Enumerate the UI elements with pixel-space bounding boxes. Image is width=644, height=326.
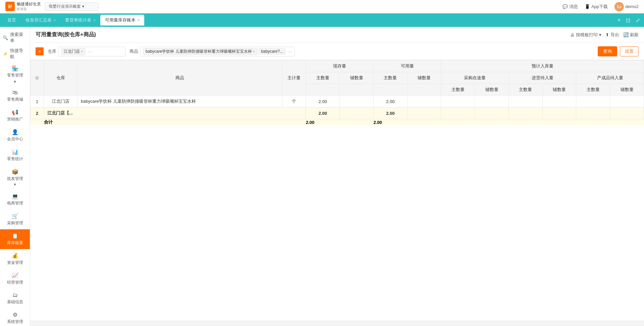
tab-available-inventory-close[interactable]: × <box>138 18 140 22</box>
bottom-scrollbar[interactable] <box>30 321 644 326</box>
message-button[interactable]: 💬 消息 <box>562 4 578 10</box>
tab-close-all-button[interactable]: × <box>616 17 622 23</box>
sidebar-quick-nav[interactable]: ⚡ 快捷导航 <box>0 46 30 62</box>
cell-incoming-aux-1 <box>542 96 576 107</box>
marketing-icon: 📢 <box>12 109 18 115</box>
chevron-down-icon: ▾ <box>82 4 84 9</box>
sidebar-item-retail-mall[interactable]: 🛍 零售商城 <box>0 86 30 106</box>
sidebar-item-member[interactable]: 👤 会员中心 <box>0 126 30 145</box>
sidebar-item-retail-stats[interactable]: 📊 零售统计 <box>0 145 30 165</box>
tab-receive-summary-label: 收发存汇总表 <box>25 17 52 23</box>
tab-requisition-stats-close[interactable]: × <box>93 18 95 22</box>
col-settings-header[interactable]: ⚙ <box>31 60 44 96</box>
col-incoming-aux: 辅数量 <box>542 84 576 96</box>
col-product-aux: 辅数量 <box>610 84 644 96</box>
product-tag-1: babycare学饮杯 儿童防摔防撞吸管杯重力球吸嘴杯宝宝水杯 × <box>143 48 257 55</box>
tab-receive-summary-close[interactable]: × <box>54 18 56 22</box>
cell-total-label: 合计 <box>44 119 306 126</box>
filter-right-buttons: 查询 设置 <box>598 46 639 56</box>
filter-bar: » 仓库 江北门店 × ··· 商品 babycare学饮杯 儿童防摔防撞吸管杯… <box>30 43 644 60</box>
cell-sub-incoming-main <box>508 107 542 119</box>
cell-current-main-1: 2.00 <box>306 96 340 107</box>
warehouse-filter-field: 仓库 江北门店 × ··· <box>48 47 125 56</box>
template-print-button[interactable]: 🖨 按模板打印 ▾ <box>570 32 601 38</box>
operations-icon: 📈 <box>12 272 18 279</box>
finance-icon: 💰 <box>12 252 18 259</box>
cell-incoming-main-1 <box>508 96 542 107</box>
cell-total-incoming-aux <box>542 119 576 126</box>
cell-purchase-aux-1 <box>475 96 509 107</box>
sidebar-item-marketing-label: 营销推广 <box>7 117 23 122</box>
col-available-header: 可用量 <box>373 60 441 72</box>
sidebar-quick-nav-label: 快捷导航 <box>10 48 27 60</box>
sidebar-item-wholesale-label: 批发管理 <box>7 176 23 182</box>
product-tag-1-value: babycare学饮杯 儿童防摔防撞吸管杯重力球吸嘴杯宝宝水杯 <box>146 49 252 54</box>
industry-selector[interactable]: 母婴行业演示账套 ▾ <box>45 2 99 11</box>
sidebar-search[interactable]: 🔍 搜索菜单 <box>0 30 30 46</box>
cell-sub-avail-main: 2.00 <box>373 107 407 119</box>
col-purchase-main: 主数量 <box>441 84 475 96</box>
chevron-down-icon-print: ▾ <box>599 32 601 37</box>
warehouse-tag: 江北门店 × <box>61 48 85 55</box>
refresh-label: 刷新 <box>630 32 639 38</box>
sidebar-item-wholesale[interactable]: 📦 批发管理 ▼ <box>0 165 30 190</box>
sidebar-item-purchase[interactable]: 🛒 采购管理 <box>0 209 30 229</box>
purchase-icon: 🛒 <box>12 213 18 219</box>
tab-available-inventory[interactable]: 可用量库存账本 × <box>100 15 144 26</box>
logo-text: 畅捷通好生意 <box>17 2 41 6</box>
export-button[interactable]: ⬆ 导出 <box>605 32 619 38</box>
warehouse-filter-input[interactable]: 江北门店 × ··· <box>58 47 125 56</box>
filter-expand-button[interactable]: » <box>36 47 44 55</box>
message-label: 消息 <box>569 4 578 10</box>
sidebar-item-retail[interactable]: 🏪 零售管理 ▲ <box>0 62 30 86</box>
sidebar-item-finance-label: 资金管理 <box>7 260 23 266</box>
product-filter-label: 商品 <box>129 48 138 54</box>
cell-product-main-1 <box>576 96 610 107</box>
sidebar-item-ecommerce[interactable]: 💻 电商管理 <box>0 190 30 209</box>
col-avail-main-sub <box>373 84 407 96</box>
sidebar-item-system[interactable]: ⚙ 系统管理 <box>0 308 30 326</box>
user-profile[interactable]: Ea demo2 <box>614 2 639 11</box>
export-icon: ⬆ <box>605 32 609 37</box>
settings-button[interactable]: 设置 <box>620 46 639 56</box>
warehouse-tag-value: 江北门店 <box>64 49 80 54</box>
sidebar-item-operations[interactable]: 📈 经营管理 <box>0 269 30 289</box>
product-tag-1-close[interactable]: × <box>253 49 255 53</box>
col-product-main: 主数量 <box>576 84 610 96</box>
ecommerce-icon: 💻 <box>12 193 18 199</box>
table-area: ⚙ 仓库 商品 主计量 现存量 可用量 预计入库量 主数量 辅数量 主数量 辅数… <box>30 60 644 321</box>
tab-receive-summary[interactable]: 收发存汇总表 × <box>21 15 60 26</box>
sidebar-item-base[interactable]: 🗂 基础信息 <box>0 289 30 308</box>
chevron-icon: ▲ <box>13 79 17 83</box>
tab-maximize-button[interactable]: ⤢ <box>634 17 641 24</box>
col-purchase-aux: 辅数量 <box>475 84 509 96</box>
settings-gear-icon[interactable]: ⚙ <box>35 75 39 81</box>
sidebar-item-marketing[interactable]: 📢 营销推广 <box>0 106 30 126</box>
cell-avail-main-1: 2.00 <box>373 96 407 107</box>
cell-total-current-aux <box>340 119 374 126</box>
tab-restore-button[interactable]: ⊡ <box>625 17 632 24</box>
sidebar-item-inventory[interactable]: 📋 库存核算 <box>0 229 30 249</box>
cell-total-product-main <box>576 119 610 126</box>
product-filter-field: 商品 babycare学饮杯 儿童防摔防撞吸管杯重力球吸嘴杯宝宝水杯 × bab… <box>129 47 295 56</box>
col-product-header: 商品 <box>77 60 282 96</box>
tab-home[interactable]: 首页 <box>3 15 21 26</box>
cell-sub-product-main <box>576 107 610 119</box>
tab-requisition-stats[interactable]: 要货单统计表 × <box>60 15 100 26</box>
refresh-button[interactable]: 🔄 刷新 <box>623 32 639 38</box>
col-incoming-main: 主数量 <box>508 84 542 96</box>
product-more-icon[interactable]: ··· <box>288 49 292 54</box>
product-filter-input[interactable]: babycare学饮杯 儿童防摔防撞吸管杯重力球吸嘴杯宝宝水杯 × babyca… <box>140 47 295 56</box>
app-download-label: App下载 <box>591 4 608 10</box>
cell-subtotal-label: 江北门店【... <box>44 107 306 119</box>
warehouse-more-icon[interactable]: ··· <box>88 49 92 54</box>
sidebar-item-finance[interactable]: 💰 资金管理 <box>0 249 30 269</box>
col-current-stock-header: 现存量 <box>306 60 374 72</box>
nav-icon: ⚡ <box>3 51 8 56</box>
app-download-button[interactable]: 📱 App下载 <box>585 4 608 10</box>
page-header: 可用量查询(按仓库+商品) 🖨 按模板打印 ▾ ⬆ 导出 🔄 刷新 <box>30 27 644 43</box>
cell-total-avail-aux <box>407 119 441 126</box>
query-button[interactable]: 查询 <box>598 46 617 56</box>
cell-purchase-main-1 <box>441 96 475 107</box>
warehouse-tag-close[interactable]: × <box>81 49 83 53</box>
